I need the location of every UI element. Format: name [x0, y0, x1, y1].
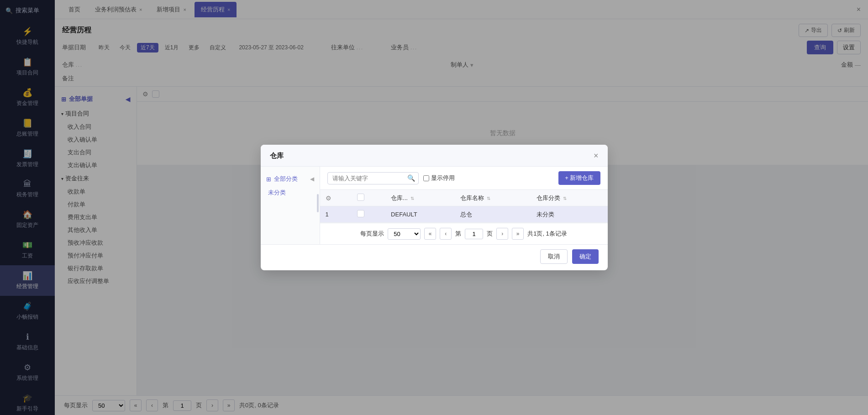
- modal-overlay: 仓库 × ⊞ 全部分类 ◀ 未分类: [0, 0, 868, 415]
- modal-table-wrap: ⚙ 仓库... ⇅ 仓库名称 ⇅: [320, 190, 608, 223]
- sort-name-icon: ⇅: [487, 196, 490, 201]
- show-disabled-label[interactable]: 显示停用: [423, 174, 455, 182]
- sort-category-icon: ⇅: [563, 196, 567, 201]
- modal-toolbar: 🔍 显示停用 + 新增仓库: [320, 167, 608, 190]
- cancel-button[interactable]: 取消: [540, 249, 568, 264]
- modal-header: 仓库 ×: [261, 145, 608, 167]
- col-select-all[interactable]: [357, 194, 364, 201]
- modal-actions: 取消 确定: [261, 244, 608, 270]
- modal-prev-page[interactable]: ‹: [440, 228, 452, 240]
- col-code[interactable]: 仓库... ⇅: [385, 190, 455, 206]
- row-name: 总仓: [455, 206, 531, 223]
- modal-sidebar-uncategorized[interactable]: 未分类: [261, 186, 320, 200]
- row-select-checkbox[interactable]: [357, 210, 364, 217]
- modal-next-page[interactable]: ›: [496, 228, 508, 240]
- scrollbar-thumb: [317, 194, 319, 212]
- row-code: DEFAULT: [385, 206, 455, 223]
- modal-search-icon[interactable]: 🔍: [407, 174, 415, 182]
- modal-total-records: 共1页, 1条记录: [527, 230, 567, 238]
- modal-body: ⊞ 全部分类 ◀ 未分类 🔍 显示停用: [261, 167, 608, 244]
- modal-main: 🔍 显示停用 + 新增仓库 ⚙: [320, 167, 608, 244]
- row-checkbox[interactable]: [352, 206, 386, 223]
- modal-page-input[interactable]: [465, 229, 483, 239]
- add-warehouse-button[interactable]: + 新增仓库: [558, 171, 600, 185]
- modal-sidebar: ⊞ 全部分类 ◀ 未分类: [261, 167, 320, 244]
- modal-pagination: 每页显示 50 100 « ‹ 第 页 › » 共1页, 1条记录: [320, 223, 608, 244]
- col-checkbox: [352, 190, 386, 206]
- col-settings: ⚙: [320, 190, 352, 206]
- confirm-button[interactable]: 确定: [572, 249, 599, 264]
- sort-code-icon: ⇅: [410, 196, 414, 201]
- modal-search-input[interactable]: [327, 172, 419, 184]
- modal-page-size-select[interactable]: 50 100: [388, 228, 421, 240]
- modal-first-page[interactable]: «: [424, 228, 436, 240]
- modal-title: 仓库: [270, 152, 284, 160]
- modal-last-page[interactable]: »: [512, 228, 524, 240]
- table-row[interactable]: 1 DEFAULT 总仓 未分类: [320, 206, 608, 223]
- col-category[interactable]: 仓库分类 ⇅: [531, 190, 607, 206]
- show-disabled-checkbox[interactable]: [423, 175, 429, 181]
- modal-table: ⚙ 仓库... ⇅ 仓库名称 ⇅: [320, 190, 608, 223]
- warehouse-modal: 仓库 × ⊞ 全部分类 ◀ 未分类: [261, 145, 608, 270]
- row-category: 未分类: [531, 206, 607, 223]
- grid-icon-modal: ⊞: [266, 176, 271, 183]
- modal-sidebar-collapse[interactable]: ◀: [310, 176, 314, 182]
- modal-sidebar-all-categories[interactable]: ⊞ 全部分类 ◀: [261, 172, 320, 186]
- modal-close-button[interactable]: ×: [594, 151, 599, 161]
- modal-search-wrap: 🔍: [327, 172, 419, 184]
- row-no: 1: [320, 206, 352, 223]
- col-settings-icon[interactable]: ⚙: [326, 194, 331, 202]
- col-name[interactable]: 仓库名称 ⇅: [455, 190, 531, 206]
